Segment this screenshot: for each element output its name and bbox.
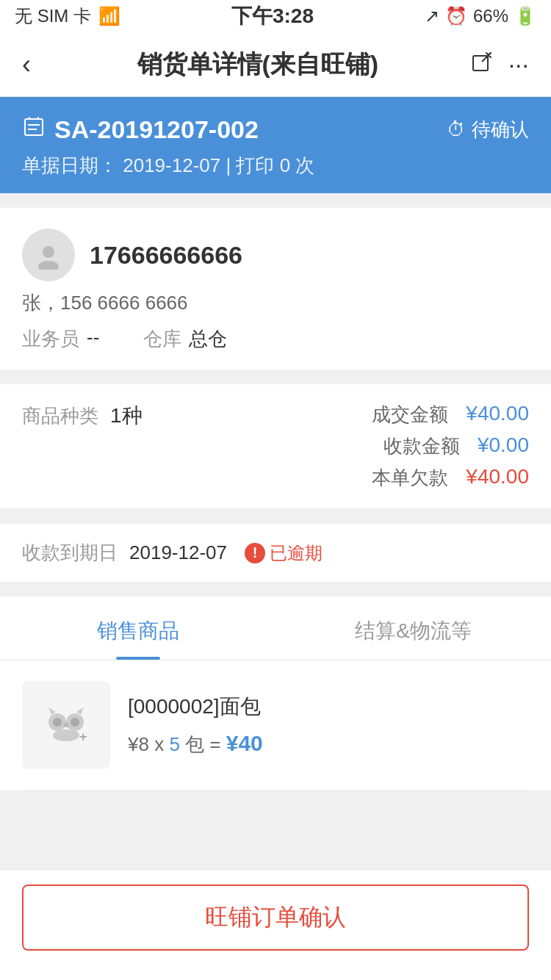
date-label: 单据日期： (22, 154, 118, 176)
received-label: 收款金额 (383, 433, 460, 459)
svg-line-1 (482, 53, 491, 62)
svg-point-11 (53, 729, 79, 741)
status-left: 无 SIM 卡 📶 (15, 4, 120, 28)
order-status: ⏱ 待确认 (447, 117, 529, 143)
received-value: ¥0.00 (478, 433, 529, 459)
svg-point-10 (71, 718, 79, 727)
svg-rect-2 (25, 119, 43, 135)
customer-row: 17666666666 (22, 228, 529, 281)
product-qty: 5 (169, 733, 179, 755)
tab-products[interactable]: 销售商品 (0, 597, 276, 660)
product-type-label: 商品种类 (22, 403, 98, 429)
page-title: 销货单详情(来自旺铺) (46, 48, 470, 82)
overdue-badge: ! 已逾期 (245, 541, 323, 565)
more-button[interactable]: ··· (508, 50, 529, 79)
svg-marker-12 (48, 707, 56, 715)
nav-bar: ‹ 销货单详情(来自旺铺) ··· (0, 32, 551, 97)
summary-right: 成交金额 ¥40.00 收款金额 ¥0.00 本单欠款 ¥40.00 (372, 402, 529, 491)
amount-value: ¥40.00 (466, 402, 529, 428)
product-item: + [0000002]面包 ¥8 x 5 包 = ¥40 (22, 660, 529, 790)
battery-text: 66% (473, 6, 508, 26)
warehouse-value: 总仓 (189, 326, 227, 352)
battery-icon: 🔋 (514, 6, 536, 26)
tabs-header: 销售商品 结算&物流等 (0, 597, 551, 660)
owed-value: ¥40.00 (466, 465, 529, 491)
back-button[interactable]: ‹ (22, 49, 31, 80)
product-price-row: ¥8 x 5 包 = ¥40 (128, 731, 529, 757)
product-info: [0000002]面包 ¥8 x 5 包 = ¥40 (128, 693, 529, 757)
order-header-card: SA-20191207-002 ⏱ 待确认 单据日期： 2019-12-07 |… (0, 97, 551, 193)
product-name: [0000002]面包 (128, 693, 529, 721)
duedate-section: 收款到期日 2019-12-07 ! 已逾期 (0, 523, 551, 582)
tab-settlement-label: 结算&物流等 (355, 619, 472, 642)
summary-row: 商品种类 1种 成交金额 ¥40.00 收款金额 ¥0.00 本单欠款 ¥40.… (22, 402, 529, 491)
share-button[interactable] (470, 50, 494, 79)
overdue-text: 已逾期 (270, 541, 323, 565)
time-display: 下午3:28 (231, 2, 314, 30)
customer-name: 张，156 6666 6666 (22, 290, 529, 316)
salesperson-label: 业务员 (22, 326, 79, 352)
status-bar: 无 SIM 卡 📶 下午3:28 ↗ ⏰ 66% 🔋 (0, 0, 551, 32)
svg-marker-13 (76, 707, 84, 715)
product-unit: 包 (185, 733, 204, 755)
alarm-icon: ⏰ (445, 6, 467, 26)
order-header-top: SA-20191207-002 ⏱ 待确认 (22, 115, 529, 144)
wifi-icon: 📶 (98, 6, 120, 26)
amount-row-owed: 本单欠款 ¥40.00 (372, 465, 529, 491)
price-multiply: x (154, 733, 169, 755)
status-clock-icon: ⏱ (447, 118, 466, 141)
warehouse-label: 仓库 (143, 326, 181, 352)
salesperson-value: -- (87, 326, 99, 352)
order-icon (22, 115, 46, 144)
product-total: ¥40 (226, 731, 263, 755)
product-thumbnail: + (22, 681, 110, 769)
svg-point-6 (38, 261, 59, 270)
svg-text:+: + (79, 729, 87, 744)
confirm-button[interactable]: 旺铺订单确认 (22, 884, 529, 951)
product-type-value: 1种 (110, 402, 143, 430)
nav-actions: ··· (470, 50, 529, 79)
tab-settlement[interactable]: 结算&物流等 (276, 597, 551, 660)
amount-row-received: 收款金额 ¥0.00 (383, 433, 529, 459)
owed-label: 本单欠款 (372, 465, 448, 491)
carrier-text: 无 SIM 卡 (15, 4, 91, 28)
tab-products-label: 销售商品 (97, 619, 179, 642)
print-info: | 打印 0 次 (226, 154, 314, 176)
svg-point-5 (43, 246, 54, 258)
svg-point-9 (53, 718, 62, 727)
product-list: + [0000002]面包 ¥8 x 5 包 = ¥40 (0, 660, 551, 790)
order-date-line: 单据日期： 2019-12-07 | 打印 0 次 (22, 153, 529, 179)
amount-row-total: 成交金额 ¥40.00 (372, 402, 529, 428)
svg-point-14 (63, 723, 69, 727)
customer-section: 17666666666 张，156 6666 6666 业务员 -- 仓库 总仓 (0, 208, 551, 370)
salesperson-meta: 业务员 -- (22, 326, 99, 352)
customer-meta: 业务员 -- 仓库 总仓 (22, 326, 529, 352)
duedate-label: 收款到期日 (22, 540, 118, 566)
duedate-value: 2019-12-07 (129, 541, 227, 564)
avatar (22, 228, 75, 281)
customer-phone: 17666666666 (90, 241, 242, 270)
date-value: 2019-12-07 (123, 154, 220, 176)
order-id-text: SA-20191207-002 (54, 115, 259, 144)
equals-sign: = (209, 733, 226, 755)
status-text: 待确认 (472, 117, 529, 143)
overdue-icon: ! (245, 543, 265, 563)
warehouse-meta: 仓库 总仓 (143, 326, 227, 352)
summary-section: 商品种类 1种 成交金额 ¥40.00 收款金额 ¥0.00 本单欠款 ¥40.… (0, 384, 551, 508)
status-right: ↗ ⏰ 66% 🔋 (425, 6, 536, 26)
location-icon: ↗ (425, 6, 439, 26)
tabs-section: 销售商品 结算&物流等 (0, 597, 551, 790)
amount-label: 成交金额 (372, 402, 448, 428)
summary-left: 商品种类 1种 (22, 402, 143, 430)
order-id: SA-20191207-002 (22, 115, 259, 144)
product-price: ¥8 (128, 733, 149, 755)
bottom-bar: 旺铺订单确认 (0, 869, 551, 980)
